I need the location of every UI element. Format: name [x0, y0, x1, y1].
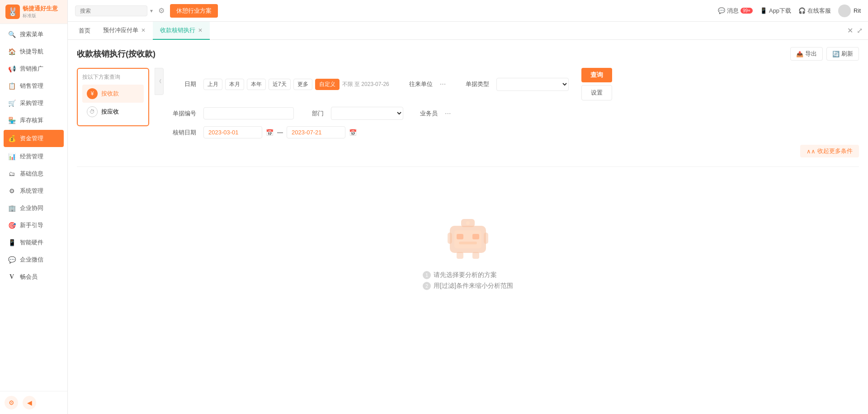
calendar-start-icon[interactable]: 📅	[266, 129, 274, 136]
date-sublabel: 不限 至 2023-07-26	[342, 81, 389, 88]
page-title-actions: 📤 导出 🔄 刷新	[790, 47, 859, 61]
sidebar-item-search[interactable]: 🔍 搜索菜单	[0, 26, 67, 43]
sidebar-item-quicknav[interactable]: 🏠 快捷导航	[0, 43, 67, 60]
date-btn-this-month[interactable]: 本月	[225, 79, 244, 90]
inventory-icon: 🏪	[7, 117, 16, 124]
chevron-up-icon: ∧∧	[807, 148, 816, 155]
empty-hint-2: 2 用[过滤]条件来缩小分析范围	[423, 282, 513, 290]
online-service-action[interactable]: 🎧 在线客服	[798, 7, 831, 15]
sidebar-label-wechat: 企业微信	[20, 256, 43, 264]
sidebar-item-purchase[interactable]: 🛒 采购管理	[0, 95, 67, 112]
sidebar-item-enterprise[interactable]: 🏢 企业协同	[0, 200, 67, 217]
app-download-action[interactable]: 📱 App下载	[760, 7, 791, 15]
logo-sub-text: 标准版	[23, 13, 58, 19]
sidebar-item-hardware[interactable]: 📱 智能硬件	[0, 234, 67, 251]
hint-num-2: 2	[423, 282, 431, 290]
sidebar-label-hardware: 智能硬件	[20, 238, 43, 247]
sidebar-item-marketing[interactable]: 📢 营销推广	[0, 60, 67, 77]
date-btn-more[interactable]: 更多	[293, 79, 312, 90]
query-button[interactable]: 查询	[581, 68, 612, 82]
enterprise-icon: 🏢	[7, 205, 16, 212]
dept-select[interactable]	[331, 107, 403, 120]
wechat-icon: 💬	[7, 256, 16, 263]
empty-state-hints: 1 请先选择要分析的方案 2 用[过滤]条件来缩小分析范围	[423, 271, 513, 293]
tab-writeoff[interactable]: 收款核销执行 ✕	[153, 22, 210, 40]
tab-prepay-close[interactable]: ✕	[141, 27, 146, 33]
sidebar-item-finance[interactable]: 💰 资金管理	[4, 130, 64, 147]
header-search-area: ▾	[75, 5, 153, 16]
sidebar-bottom: ⚙ ◀	[0, 391, 67, 414]
tab-close-all-icon[interactable]: ✕	[847, 26, 853, 35]
filter-item-receivable-label: 按应收	[101, 108, 119, 116]
dept-label: 部门	[301, 109, 324, 118]
filter-item-by-receipt[interactable]: ¥ 按收款	[82, 85, 144, 103]
tab-prepay[interactable]: 预付冲应付单 ✕	[96, 22, 153, 40]
filter-sidebar-box: 按以下方案查询 ¥ 按收款 ⏱ 按应收	[77, 68, 149, 126]
refresh-icon: 🔄	[832, 51, 840, 57]
tab-bar-right: ✕ ⤢	[847, 26, 863, 35]
date-btn-7days[interactable]: 近7天	[269, 79, 291, 90]
sidebar-item-member[interactable]: V 畅会员	[0, 268, 67, 286]
date-btn-custom[interactable]: 自定义	[315, 79, 340, 90]
tab-fullscreen-icon[interactable]: ⤢	[857, 26, 863, 35]
collapse-filter-button[interactable]: 《	[155, 68, 164, 95]
tab-prepay-label: 预付冲应付单	[103, 26, 138, 34]
doc-type-select[interactable]	[496, 78, 569, 91]
message-badge: 99+	[741, 8, 753, 14]
filter-right-actions: 查询 设置	[581, 68, 612, 100]
doc-type-label: 单据类型	[453, 80, 489, 88]
sidebar-item-system[interactable]: ⚙ 系统管理	[0, 182, 67, 200]
hint-num-1: 1	[423, 271, 431, 279]
sidebar-item-basic[interactable]: 🗂 基础信息	[0, 165, 67, 182]
empty-state-illustration	[441, 208, 495, 262]
date-btn-last-month[interactable]: 上月	[203, 79, 222, 90]
salesman-dots[interactable]: ···	[445, 109, 451, 118]
tab-writeoff-close[interactable]: ✕	[198, 27, 203, 33]
calendar-end-icon[interactable]: 📅	[349, 129, 357, 136]
basic-icon: 🗂	[7, 170, 16, 177]
filter-actions-row: ∧∧ 收起更多条件	[169, 145, 859, 157]
user-name: Rit	[854, 7, 861, 14]
sidebar-item-operations[interactable]: 📊 经营管理	[0, 148, 67, 165]
sidebar-item-sales[interactable]: 📋 销售管理	[0, 77, 67, 95]
sidebar-label-search: 搜索菜单	[20, 30, 43, 38]
collapse-sidebar-icon[interactable]: ◀	[23, 396, 36, 409]
filter-item-by-receivable[interactable]: ⏱ 按应收	[82, 103, 144, 121]
receivable-icon: ⏱	[87, 106, 98, 117]
sidebar-label-marketing: 营销推广	[20, 65, 43, 73]
date-btn-this-year[interactable]: 本年	[247, 79, 266, 90]
sidebar-label-inventory: 库存核算	[20, 116, 43, 124]
counterpart-label: 往来单位	[396, 80, 433, 88]
tab-home[interactable]: 首页	[73, 22, 96, 40]
writeoff-date-end-input[interactable]	[287, 126, 345, 138]
export-button[interactable]: 📤 导出	[790, 47, 823, 61]
settings-bottom-icon[interactable]: ⚙	[5, 396, 18, 409]
sidebar-label-enterprise: 企业协同	[20, 204, 43, 212]
chevron-down-icon[interactable]: ▾	[150, 8, 153, 14]
finance-icon: 💰	[7, 135, 16, 142]
collapse-conditions-button[interactable]: ∧∧ 收起更多条件	[800, 145, 859, 157]
svg-rect-3	[472, 234, 479, 239]
message-action[interactable]: 💬 消息 99+	[718, 7, 753, 15]
settings-button[interactable]: 设置	[581, 85, 612, 100]
app-download-label: App下载	[769, 7, 791, 15]
industry-solution-button[interactable]: 休憩行业方案	[170, 4, 218, 18]
writeoff-date-start-input[interactable]	[203, 126, 262, 138]
gear-icon[interactable]: ⚙	[158, 6, 165, 15]
search-input[interactable]	[75, 5, 147, 16]
doc-no-input[interactable]	[203, 107, 294, 119]
user-info[interactable]: Rit	[838, 5, 861, 17]
member-icon: V	[7, 273, 16, 281]
filter-panel: 按以下方案查询 ¥ 按收款 ⏱ 按应收 《	[77, 68, 859, 162]
home-icon: 🏠	[7, 48, 16, 55]
sidebar-label-sales: 销售管理	[20, 82, 43, 90]
sidebar-label-member: 畅会员	[20, 273, 38, 281]
refresh-button[interactable]: 🔄 刷新	[826, 47, 859, 61]
sidebar-item-guide[interactable]: 🎯 新手引导	[0, 217, 67, 234]
sidebar-label-finance: 资金管理	[20, 134, 43, 143]
sidebar-item-wechat[interactable]: 💬 企业微信	[0, 251, 67, 268]
counterpart-dots[interactable]: ···	[440, 80, 446, 88]
logo-text: 畅捷通好生意 标准版	[23, 5, 58, 19]
date-label: 日期	[169, 80, 196, 88]
sidebar-item-inventory[interactable]: 🏪 库存核算	[0, 112, 67, 129]
